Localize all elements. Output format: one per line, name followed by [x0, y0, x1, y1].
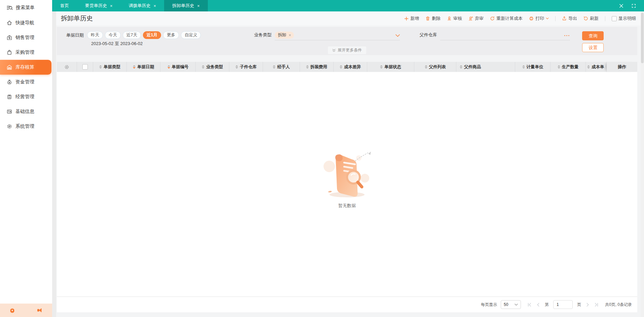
tab-label: 拆卸单历史	[172, 3, 194, 9]
pill-yesterday[interactable]: 昨天	[87, 31, 103, 39]
refresh-button[interactable]: 刷新	[583, 15, 599, 22]
show-detail-checkbox[interactable]	[612, 16, 617, 21]
close-tab-icon[interactable]: ×	[154, 3, 156, 8]
chevron-down-icon[interactable]	[395, 34, 400, 37]
filter-panel: 单据日期 昨天 今天 近7天 近1月 更多 自定义 2023-05-02 至 2…	[57, 27, 637, 55]
sort-arrows[interactable]	[380, 65, 383, 69]
remove-tag-icon[interactable]: ×	[289, 33, 291, 38]
shopping-bag-icon	[7, 50, 12, 55]
column-settings-gear-icon[interactable]	[57, 62, 77, 72]
close-window-icon[interactable]	[619, 4, 623, 8]
sidebar-item-system[interactable]: 系统管理	[0, 119, 52, 134]
sort-arrows[interactable]	[167, 65, 170, 69]
sort-arrows[interactable]	[522, 65, 525, 69]
vertical-scrollbar[interactable]	[641, 11, 644, 317]
column-cost-truncated[interactable]: 成本单	[586, 62, 607, 72]
scrollbar-thumb[interactable]	[641, 13, 644, 63]
settings-button[interactable]: 设置	[582, 43, 604, 52]
table-header: 单据类型 单据日期 单据编号 业务类型 子件仓库 经手人 拆装费	[57, 62, 637, 72]
column-doc-date[interactable]: 单据日期	[127, 62, 160, 72]
previous-page-icon[interactable]	[536, 303, 540, 307]
page-number-input[interactable]	[553, 300, 573, 309]
empty-state: 暂无数据	[318, 146, 376, 209]
tab-request-order-history[interactable]: 要货单历史 ×	[77, 0, 121, 11]
select-all-checkbox-cell	[77, 62, 93, 72]
delete-button[interactable]: 删除	[425, 15, 441, 22]
tab-transfer-order-history[interactable]: 调拨单历史 ×	[121, 0, 164, 11]
sidebar-item-inventory[interactable]: 库存核算	[0, 60, 51, 75]
column-doc-number[interactable]: 单据编号	[160, 62, 196, 72]
column-parent-list[interactable]: 父件列表	[414, 62, 456, 72]
filter-parent-warehouse-group: 父件仓库 ···	[419, 31, 570, 40]
expand-more-conditions-button[interactable]: 展开更多条件	[328, 46, 366, 54]
sidebar-item-quick-nav[interactable]: 快捷导航	[0, 15, 52, 30]
export-button[interactable]: 导出	[562, 15, 577, 22]
column-handler[interactable]: 经手人	[263, 62, 300, 72]
first-page-icon[interactable]	[527, 303, 532, 307]
tab-bar: 首页 要货单历史 × 调拨单历史 × 拆卸单历史 ×	[52, 0, 644, 11]
unaudit-button[interactable]: 弃审	[468, 15, 484, 22]
sort-arrows[interactable]	[235, 65, 238, 69]
chevron-down-icon	[546, 17, 549, 19]
pill-last-month[interactable]: 近1月	[143, 31, 161, 39]
column-child-warehouse[interactable]: 子件仓库	[229, 62, 263, 72]
per-page-select[interactable]: 50	[501, 300, 521, 309]
date-range-value: 2023-05-02 至 2023-06-02	[91, 41, 201, 47]
close-tab-icon[interactable]: ×	[197, 3, 200, 8]
column-production-qty[interactable]: 生产数量	[551, 62, 586, 72]
last-page-icon[interactable]	[594, 303, 599, 307]
sidebar-item-funds[interactable]: 资金管理	[0, 75, 52, 89]
biz-type-label: 业务类型	[254, 31, 271, 39]
toolbar: 新增 删除 审核 弃审 重新计算成本	[404, 15, 636, 22]
biz-type-input[interactable]: 拆卸 ×	[275, 31, 400, 40]
query-button[interactable]: 查询	[582, 31, 604, 40]
pill-last-7-days[interactable]: 近7天	[123, 31, 141, 39]
collapse-sidebar-icon[interactable]	[37, 308, 43, 313]
warehouse-icon	[7, 65, 12, 70]
column-doc-type[interactable]: 单据类型	[93, 62, 127, 72]
close-tab-icon[interactable]: ×	[110, 3, 113, 8]
sidebar-item-base-info[interactable]: 基础信息	[0, 104, 52, 119]
sort-arrows[interactable]	[558, 65, 560, 69]
column-parent-product[interactable]: 父件商品	[456, 62, 515, 72]
column-disassembly-fee[interactable]: 拆装费用	[300, 62, 334, 72]
filter-date-group: 单据日期 昨天 今天 近7天 近1月 更多 自定义 2023-05-02 至 2…	[66, 31, 201, 47]
refresh-icon	[583, 16, 588, 21]
column-cost-difference[interactable]: 成本差异	[334, 62, 367, 72]
column-unit[interactable]: 计量单位	[515, 62, 551, 72]
sort-arrows[interactable]	[133, 65, 136, 69]
sort-arrows[interactable]	[425, 65, 427, 69]
fullscreen-icon[interactable]	[632, 4, 636, 8]
sort-arrows[interactable]	[587, 65, 590, 69]
next-page-icon[interactable]	[585, 303, 590, 307]
tab-home[interactable]: 首页	[52, 0, 77, 11]
sort-arrows[interactable]	[202, 65, 204, 69]
new-button[interactable]: 新增	[404, 15, 419, 22]
more-options-icon[interactable]: ···	[564, 34, 570, 37]
sidebar-item-operations[interactable]: 经营管理	[0, 89, 52, 104]
sort-arrows[interactable]	[99, 65, 102, 69]
pill-today[interactable]: 今天	[105, 31, 121, 39]
select-all-checkbox[interactable]	[82, 64, 88, 70]
sort-arrows[interactable]	[273, 65, 275, 69]
sort-arrows[interactable]	[340, 65, 342, 69]
sort-arrows[interactable]	[306, 65, 309, 69]
column-doc-status[interactable]: 单据状态	[367, 62, 414, 72]
pill-custom[interactable]: 自定义	[181, 31, 201, 39]
gear-icon[interactable]	[9, 308, 15, 313]
sidebar-item-label: 系统管理	[15, 123, 34, 129]
sidebar-item-sales[interactable]: 销售管理	[0, 30, 52, 45]
sort-arrows[interactable]	[460, 65, 462, 69]
tab-disassembly-order-history[interactable]: 拆卸单历史 ×	[164, 0, 208, 11]
page-navigation: 第 页	[527, 300, 599, 309]
page-prefix-label: 第	[545, 302, 549, 308]
pill-more[interactable]: 更多	[163, 31, 179, 39]
show-detail-toggle[interactable]: 显示明细	[612, 15, 636, 22]
sidebar-item-purchase[interactable]: 采购管理	[0, 45, 52, 60]
column-biz-type[interactable]: 业务类型	[196, 62, 229, 72]
sidebar-search-menu[interactable]: 搜索菜单	[0, 0, 52, 14]
audit-button[interactable]: 审核	[447, 15, 462, 22]
parent-warehouse-input[interactable]: ···	[440, 31, 570, 40]
print-button[interactable]: 打印	[529, 15, 549, 22]
recalculate-cost-button[interactable]: 重新计算成本	[490, 15, 523, 22]
